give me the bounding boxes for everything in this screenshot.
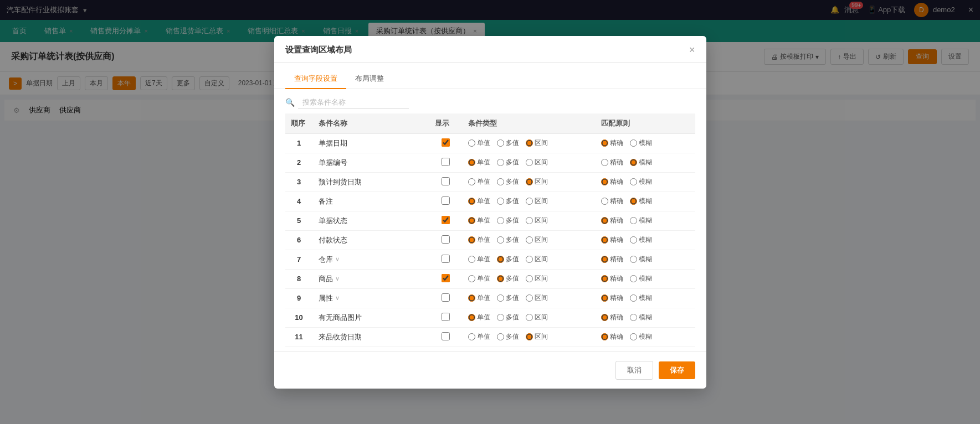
col-header-order: 顺序: [285, 113, 313, 126]
search-icon: 🔍: [285, 98, 295, 107]
modal-overlay: 设置查询区域布局 × 查询字段设置 布局调整 🔍 顺序 条件名称: [0, 0, 980, 126]
dialog-tab-fields-label: 查询字段设置: [294, 74, 337, 82]
col-header-display: 显示: [429, 113, 463, 126]
dialog-search-area: 🔍: [274, 89, 706, 113]
conditions-table: 顺序 条件名称 显示 条件类型 匹配原则 1单据日期单值多值区间精确模糊2单据编…: [285, 113, 695, 126]
dialog-tab-layout[interactable]: 布局调整: [346, 69, 393, 89]
dialog-close-button[interactable]: ×: [689, 45, 695, 55]
col-header-type: 条件类型: [463, 113, 596, 126]
dialog-title: 设置查询区域布局: [285, 45, 352, 55]
settings-dialog: 设置查询区域布局 × 查询字段设置 布局调整 🔍 顺序 条件名称: [274, 36, 706, 126]
dialog-table-wrap: 顺序 条件名称 显示 条件类型 匹配原则 1单据日期单值多值区间精确模糊2单据编…: [274, 113, 706, 126]
col-header-match: 匹配原则: [596, 113, 695, 126]
table-header-row: 顺序 条件名称 显示 条件类型 匹配原则: [285, 113, 695, 126]
dialog-tab-fields[interactable]: 查询字段设置: [285, 69, 346, 89]
dialog-tab-layout-label: 布局调整: [355, 74, 384, 82]
col-header-name: 条件名称: [313, 113, 429, 126]
search-input[interactable]: [298, 96, 409, 109]
dialog-tabs: 查询字段设置 布局调整: [274, 63, 706, 89]
dialog-header: 设置查询区域布局 ×: [274, 36, 706, 63]
